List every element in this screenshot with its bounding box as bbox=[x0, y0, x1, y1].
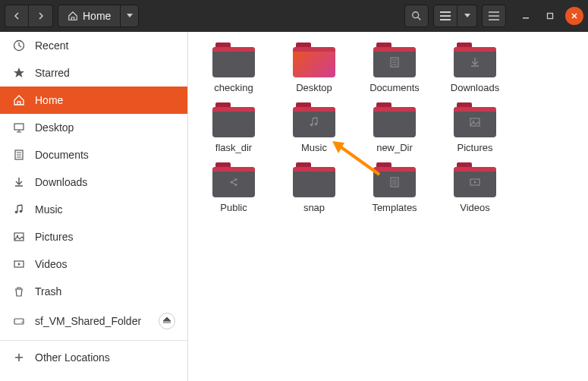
folder-icon bbox=[293, 162, 335, 197]
menu-button[interactable] bbox=[482, 5, 506, 27]
svg-point-14 bbox=[310, 124, 313, 127]
home-icon bbox=[68, 11, 78, 21]
folder-Public[interactable]: Public bbox=[202, 162, 266, 213]
path-bar: Home bbox=[58, 5, 139, 27]
sidebar-item-recent[interactable]: Recent bbox=[0, 32, 187, 59]
picture-icon bbox=[12, 231, 26, 243]
folder-icon bbox=[454, 43, 496, 77]
folder-grid: checkingDesktopDocumentsDownloadsflask_d… bbox=[202, 43, 574, 213]
eject-button[interactable] bbox=[159, 313, 175, 329]
folder-icon bbox=[454, 162, 496, 197]
sidebar-item-documents[interactable]: Documents bbox=[0, 141, 187, 168]
sidebar-other-locations[interactable]: Other Locations bbox=[0, 344, 187, 371]
back-button[interactable] bbox=[5, 5, 29, 27]
sidebar-item-label: Documents bbox=[35, 149, 89, 161]
titlebar: Home bbox=[0, 0, 588, 32]
sidebar-item-downloads[interactable]: Downloads bbox=[0, 168, 187, 196]
music-icon bbox=[12, 203, 26, 216]
folder-label: new_Dir bbox=[376, 142, 413, 153]
trash-icon bbox=[12, 285, 26, 298]
sidebar: RecentStarredHomeDesktopDocumentsDownloa… bbox=[0, 32, 188, 381]
folder-Desktop[interactable]: Desktop bbox=[282, 43, 346, 93]
video-icon bbox=[12, 258, 26, 270]
sidebar-item-label: Downloads bbox=[35, 176, 87, 188]
view-dropdown[interactable] bbox=[458, 5, 477, 27]
svg-point-0 bbox=[413, 12, 419, 18]
sidebar-item-label: Recent bbox=[35, 39, 68, 52]
sidebar-item-shared[interactable]: sf_VM_Shared_Folder bbox=[0, 305, 187, 337]
sidebar-item-label: Other Locations bbox=[35, 351, 110, 364]
maximize-button[interactable] bbox=[541, 7, 559, 25]
forward-button[interactable] bbox=[29, 5, 53, 27]
svg-point-15 bbox=[315, 123, 318, 126]
folder-Documents[interactable]: Documents bbox=[363, 43, 426, 93]
folder-label: snap bbox=[303, 202, 325, 213]
folder-Downloads[interactable]: Downloads bbox=[443, 43, 507, 93]
sidebar-item-label: Trash bbox=[35, 285, 61, 298]
folder-label: flask_dir bbox=[215, 142, 252, 153]
sidebar-item-music[interactable]: Music bbox=[0, 196, 187, 223]
sidebar-item-starred[interactable]: Starred bbox=[0, 59, 187, 87]
sidebar-item-label: Videos bbox=[35, 258, 68, 270]
sidebar-item-label: sf_VM_Shared_Folder bbox=[35, 315, 141, 327]
window-controls bbox=[517, 7, 583, 25]
clock-icon bbox=[12, 39, 26, 52]
nav-buttons bbox=[5, 5, 53, 27]
folder-icon bbox=[212, 102, 255, 137]
svg-rect-11 bbox=[14, 319, 24, 324]
sidebar-item-desktop[interactable]: Desktop bbox=[0, 114, 187, 141]
folder-label: Pictures bbox=[458, 142, 493, 153]
minimize-button[interactable] bbox=[517, 7, 535, 25]
folder-icon bbox=[212, 162, 255, 197]
folder-flask_dir[interactable]: flask_dir bbox=[202, 102, 266, 153]
svg-rect-2 bbox=[548, 14, 553, 19]
folder-Music[interactable]: Music bbox=[282, 102, 346, 153]
folder-icon bbox=[373, 102, 416, 137]
sidebar-item-trash[interactable]: Trash bbox=[0, 278, 187, 305]
sidebar-item-videos[interactable]: Videos bbox=[0, 250, 187, 278]
close-button[interactable] bbox=[565, 7, 583, 25]
sidebar-item-pictures[interactable]: Pictures bbox=[0, 223, 187, 250]
sidebar-item-label: Home bbox=[35, 94, 63, 106]
folder-label: Templates bbox=[372, 202, 417, 213]
folder-icon bbox=[293, 102, 335, 137]
sidebar-item-label: Music bbox=[35, 203, 63, 216]
folder-icon bbox=[454, 102, 496, 137]
folder-label: Desktop bbox=[296, 82, 332, 93]
svg-point-12 bbox=[21, 322, 23, 323]
svg-rect-1 bbox=[523, 17, 529, 19]
home-icon bbox=[12, 94, 26, 106]
folder-Templates[interactable]: Templates bbox=[363, 162, 426, 213]
folder-Videos[interactable]: Videos bbox=[443, 162, 507, 213]
view-group bbox=[433, 5, 477, 27]
folder-checking[interactable]: checking bbox=[202, 43, 266, 93]
star-icon bbox=[12, 67, 26, 79]
download-icon bbox=[12, 176, 26, 188]
sidebar-item-home[interactable]: Home bbox=[0, 87, 187, 114]
folder-icon bbox=[373, 43, 416, 77]
search-button[interactable] bbox=[404, 5, 429, 27]
path-label: Home bbox=[83, 10, 111, 22]
folder-label: Music bbox=[301, 142, 327, 153]
folder-Pictures[interactable]: Pictures bbox=[443, 102, 507, 153]
folder-icon bbox=[212, 43, 255, 77]
folder-new_Dir[interactable]: new_Dir bbox=[363, 102, 426, 153]
main-area: checkingDesktopDocumentsDownloadsflask_d… bbox=[188, 32, 588, 381]
folder-snap[interactable]: snap bbox=[282, 162, 346, 213]
folder-label: Videos bbox=[460, 202, 490, 213]
svg-point-6 bbox=[15, 211, 18, 214]
folder-icon bbox=[373, 162, 416, 197]
path-dropdown[interactable] bbox=[120, 5, 138, 27]
folder-label: checking bbox=[214, 82, 253, 93]
desktop-icon bbox=[12, 121, 26, 134]
folder-label: Public bbox=[220, 202, 247, 213]
doc-icon bbox=[12, 149, 26, 161]
svg-point-7 bbox=[20, 210, 23, 213]
folder-icon bbox=[293, 43, 335, 77]
svg-rect-4 bbox=[14, 124, 24, 130]
drive-icon bbox=[12, 315, 26, 327]
folder-label: Downloads bbox=[451, 82, 499, 93]
list-view-button[interactable] bbox=[433, 5, 458, 27]
sidebar-item-label: Desktop bbox=[35, 121, 74, 134]
path-segment-home[interactable]: Home bbox=[58, 5, 120, 27]
